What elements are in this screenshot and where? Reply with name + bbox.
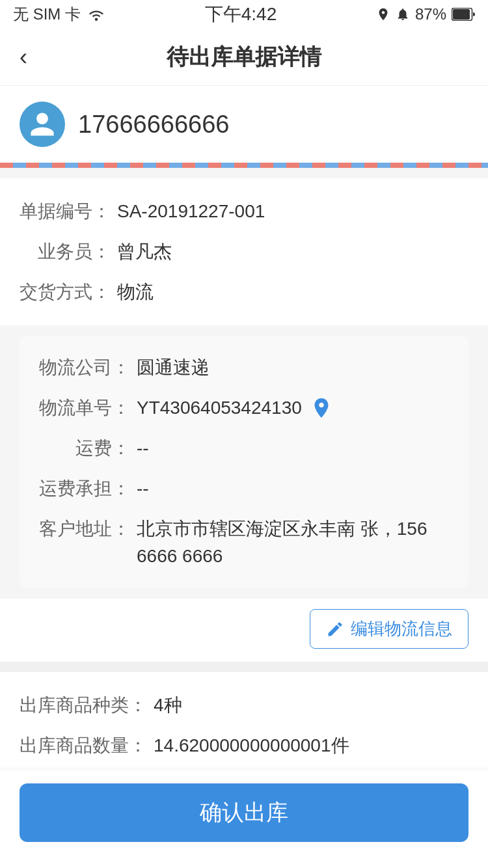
product-quantity-row: 出库商品数量： 14.620000000000001件	[20, 732, 468, 759]
logistics-company-row: 物流公司： 圆通速递	[39, 354, 449, 381]
product-types-row: 出库商品种类： 4种	[20, 692, 468, 719]
confirm-outbound-button[interactable]: 确认出库	[20, 783, 468, 842]
edit-logistics-button[interactable]: 编辑物流信息	[310, 609, 468, 649]
order-number-label: 单据编号：	[20, 198, 111, 225]
tracking-number-text: YT43064053424130	[137, 394, 302, 422]
product-types-label: 出库商品种类：	[20, 692, 147, 719]
product-quantity-value: 14.620000000000001件	[154, 732, 468, 759]
alarm-icon	[396, 7, 410, 21]
address-row: 客户地址： 北京市市辖区海淀区永丰南 张，156 6666 6666	[39, 515, 449, 570]
status-bar: 无 SIM 卡 下午4:42 87%	[0, 0, 488, 29]
freight-bear-label: 运费承担：	[39, 475, 130, 502]
bottom-action-area: 确认出库	[0, 770, 488, 868]
section-divider	[0, 662, 488, 672]
battery-label: 87%	[415, 5, 446, 23]
page-container: 无 SIM 卡 下午4:42 87% ‹ 待出库单据详情	[0, 0, 488, 868]
product-section: 出库商品种类： 4种 出库商品数量： 14.620000000000001件	[0, 672, 488, 772]
back-button[interactable]: ‹	[20, 44, 27, 71]
nav-bar: ‹ 待出库单据详情	[0, 29, 488, 86]
freight-bear-value: --	[137, 475, 449, 502]
logistics-company-label: 物流公司：	[39, 354, 130, 381]
order-number-value: SA-20191227-001	[117, 198, 468, 225]
wifi-icon	[87, 8, 105, 21]
location-status-icon	[376, 7, 390, 21]
freight-bear-row: 运费承担： --	[39, 475, 449, 502]
customer-phone: 17666666666	[78, 111, 229, 139]
status-left: 无 SIM 卡	[13, 4, 105, 25]
sales-person-row: 业务员： 曾凡杰	[20, 238, 468, 265]
logistics-tracking-value: YT43064053424130	[137, 394, 449, 422]
confirm-btn-label: 确认出库	[200, 798, 288, 828]
freight-value: --	[137, 435, 449, 462]
freight-label: 运费：	[39, 435, 130, 462]
tracking-location-icon[interactable]	[310, 396, 333, 420]
delivery-method-value: 物流	[117, 278, 468, 306]
order-info-section: 单据编号： SA-20191227-001 业务员： 曾凡杰 交货方式： 物流	[0, 178, 488, 325]
delivery-method-label: 交货方式：	[20, 278, 111, 306]
address-label: 客户地址：	[39, 515, 130, 543]
address-value: 北京市市辖区海淀区永丰南 张，156 6666 6666	[137, 515, 449, 570]
nav-title: 待出库单据详情	[167, 42, 321, 72]
edit-logistics-label: 编辑物流信息	[351, 617, 452, 640]
logistics-tracking-row: 物流单号： YT43064053424130	[39, 394, 449, 422]
edit-logistics-row: 编辑物流信息	[0, 599, 488, 662]
product-quantity-label: 出库商品数量：	[20, 732, 147, 759]
customer-avatar	[20, 102, 65, 147]
status-time: 下午4:42	[205, 2, 277, 27]
order-number-row: 单据编号： SA-20191227-001	[20, 198, 468, 225]
logistics-tracking-label: 物流单号：	[39, 394, 130, 422]
delivery-method-row: 交货方式： 物流	[20, 278, 468, 306]
carrier-label: 无 SIM 卡	[13, 4, 81, 25]
freight-row: 运费： --	[39, 435, 449, 462]
user-icon	[28, 110, 57, 139]
customer-header: 17666666666	[0, 86, 488, 163]
edit-icon	[326, 620, 344, 638]
dashed-separator	[0, 163, 488, 168]
product-types-value: 4种	[154, 692, 468, 719]
logistics-card: 物流公司： 圆通速递 物流单号： YT43064053424130 运费： --…	[20, 336, 468, 588]
sales-person-value: 曾凡杰	[117, 238, 468, 265]
logistics-company-value: 圆通速递	[137, 354, 449, 381]
battery-icon	[452, 8, 475, 21]
svg-rect-1	[453, 9, 470, 20]
status-right: 87%	[376, 5, 475, 23]
sales-person-label: 业务员：	[20, 238, 111, 265]
